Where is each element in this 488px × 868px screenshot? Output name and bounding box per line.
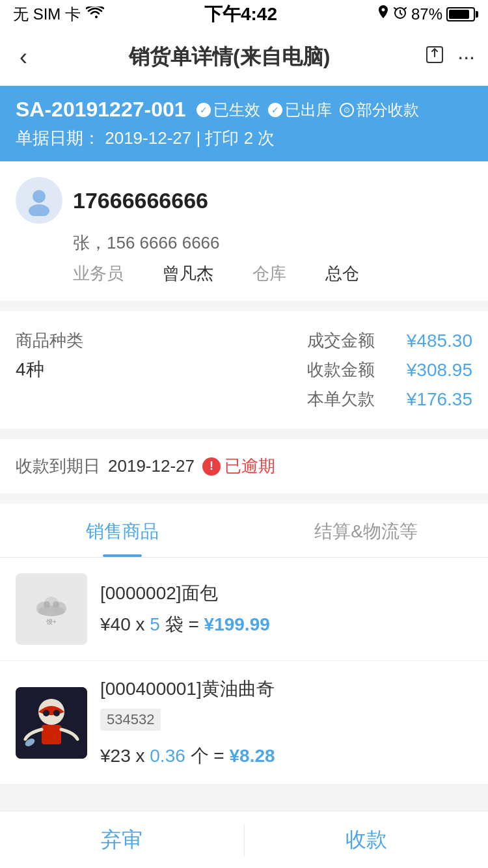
product-item: [000400001]黄油曲奇 534532 ¥23 x 0.36 个 = ¥8… [0,661,488,785]
customer-phone-display: 17666666666 [73,188,208,213]
order-number: SA-20191227-001 [16,98,186,122]
order-date-row: 单据日期： 2019-12-27 | 打印 2 次 [16,127,472,150]
customer-section: 17666666666 张，156 6666 6666 业务员 曾凡杰 仓库 总… [0,161,488,301]
debt-label: 本单欠款 [307,388,375,411]
nav-actions: ··· [425,45,475,70]
category-label: 商品种类 [16,329,83,352]
product-image-bread: 馒+ [16,573,87,645]
status-partial: ⊙ 部分收款 [340,100,419,120]
tab-settlement-logistics[interactable]: 结算&物流等 [244,504,488,557]
deal-amount-label: 成交金额 [307,329,375,352]
overdue-icon: ! [202,457,221,476]
status-time: 下午4:42 [204,2,277,27]
wifi-icon [86,5,104,23]
tab-sales-goods[interactable]: 销售商品 [0,504,244,557]
status-effective: ✓ 已生效 [197,100,260,120]
order-header-banner: SA-20191227-001 ✓ 已生效 ✓ 已出库 ⊙ 部分收款 单据日期：… [0,86,488,161]
warehouse-value: 总仓 [325,262,359,285]
products-section: 馒+ [0000002]面包 ¥40 x 5 袋 = ¥199.99 [0,558,488,785]
customer-meta-row: 业务员 曾凡杰 仓库 总仓 [73,262,472,285]
svg-point-9 [53,601,59,608]
category-count: 4种 [16,357,83,382]
debt-value: ¥176.35 [388,389,472,410]
received-label: 收款金额 [307,359,375,381]
due-date-label: 收款到期日 [16,455,100,478]
product-price-cookies: ¥23 x 0.36 个 = ¥8.28 [100,744,472,768]
product-image-cookies [16,687,87,759]
product-info-cookies: [000400001]黄油曲奇 534532 ¥23 x 0.36 个 = ¥8… [100,677,472,768]
back-button[interactable]: ‹ [13,37,34,77]
battery-icon [446,7,475,21]
svg-text:馒+: 馒+ [46,618,57,625]
stats-section: 商品种类 4种 成交金额 ¥485.30 收款金额 ¥308.95 本单欠款 ¥… [0,311,488,429]
customer-avatar [16,177,62,224]
deal-amount-row: 成交金额 ¥485.30 [307,329,472,352]
product-name-cookies: [000400001]黄油曲奇 [100,677,472,701]
svg-point-13 [43,710,49,716]
tabs-row: 销售商品 结算&物流等 [0,504,488,558]
alarm-icon [393,5,407,23]
due-date-section: 收款到期日 2019-12-27 ! 已逾期 [0,439,488,493]
carrier-label: 无 SIM 卡 [13,4,81,25]
salesman-label: 业务员 [73,262,124,285]
svg-rect-15 [42,725,61,744]
tabs-section: 销售商品 结算&物流等 [0,504,488,558]
product-sku-cookies: 534532 [100,709,161,731]
debt-amount-row: 本单欠款 ¥176.35 [307,388,472,411]
received-value: ¥308.95 [388,360,472,381]
deal-amount-value: ¥485.30 [388,331,472,351]
product-info-bread: [0000002]面包 ¥40 x 5 袋 = ¥199.99 [100,581,472,637]
status-bar: 无 SIM 卡 下午4:42 87% [0,0,488,29]
battery-label: 87% [411,5,442,23]
received-amount-row: 收款金额 ¥308.95 [307,359,472,381]
clock-partial-icon: ⊙ [340,103,354,117]
status-shipped: ✓ 已出库 [268,100,332,120]
status-left: 无 SIM 卡 [13,4,104,25]
share-icon[interactable] [425,45,444,70]
product-name-bread: [0000002]面包 [100,581,472,606]
check-effective-icon: ✓ [197,103,211,117]
salesman-value: 曾凡杰 [163,262,213,285]
product-item: 馒+ [0000002]面包 ¥40 x 5 袋 = ¥199.99 [0,558,488,661]
bottom-bar: 弃审 收款 [0,811,488,868]
collect-payment-button[interactable]: 收款 [245,811,489,868]
location-icon [377,5,389,23]
svg-point-3 [29,204,49,216]
check-shipped-icon: ✓ [268,103,282,117]
customer-main-row: 17666666666 [16,177,472,224]
page-title: 销货单详情(来自电脑) [129,43,330,72]
status-right: 87% [377,5,475,23]
svg-point-8 [44,601,50,608]
stats-amounts: 成交金额 ¥485.30 收款金额 ¥308.95 本单欠款 ¥176.35 [307,329,472,411]
product-price-bread: ¥40 x 5 袋 = ¥199.99 [100,612,472,637]
overdue-label: 已逾期 [224,455,275,478]
svg-point-2 [33,190,46,203]
overdue-tag: ! 已逾期 [202,455,275,478]
cancel-audit-button[interactable]: 弃审 [0,811,244,868]
customer-name-phone: 张，156 6666 6666 [73,232,472,254]
more-icon[interactable]: ··· [457,45,475,69]
svg-point-7 [38,606,64,616]
warehouse-label: 仓库 [252,262,286,285]
stats-category: 商品种类 4种 [16,329,83,382]
nav-bar: ‹ 销货单详情(来自电脑) ··· [0,29,488,86]
svg-point-14 [53,710,60,716]
due-date-value: 2019-12-27 [108,456,195,476]
status-tags: ✓ 已生效 ✓ 已出库 ⊙ 部分收款 [197,100,419,120]
